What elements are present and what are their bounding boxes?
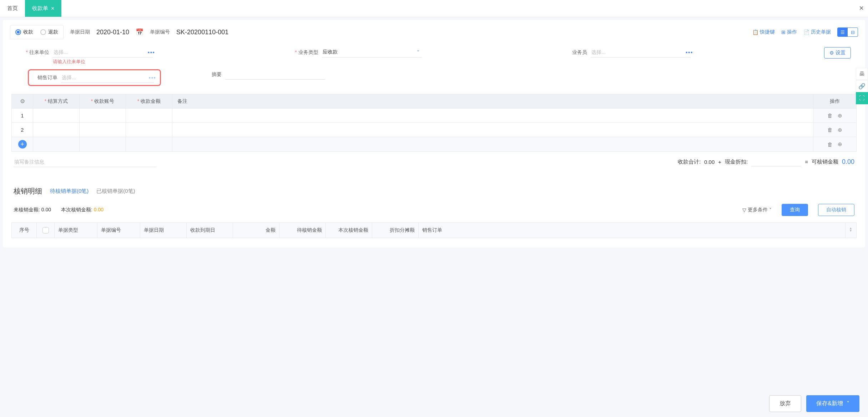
current-label: 本次核销金额: [61, 207, 92, 212]
col-account: 收款账号 [91, 98, 114, 105]
sort-icon[interactable]: ▲▼ [849, 227, 853, 232]
biztype-label: 业务类型 [286, 49, 318, 56]
copy-icon[interactable]: ⊕ [838, 127, 842, 133]
chevron-down-icon[interactable]: ˅ [417, 50, 419, 55]
sales-order-label: 销售订单 [32, 75, 57, 81]
side-tool-print-icon[interactable]: 🖶 [856, 68, 868, 80]
tab-home[interactable]: 首页 [0, 0, 25, 17]
discount-input[interactable] [751, 158, 801, 166]
more-icon[interactable]: ••• [686, 50, 693, 55]
current-value: 0.00 [94, 207, 104, 212]
equals-sign: = [805, 159, 808, 165]
operate-button[interactable]: ⊞ 操作 [781, 29, 797, 35]
col-disc[interactable]: 折扣分摊额 [372, 223, 419, 238]
more-icon[interactable]: ••• [148, 50, 155, 55]
tab-receipt[interactable]: 收款单 × [25, 0, 61, 17]
sales-order-input[interactable] [61, 72, 154, 83]
col-seq: 序号 [12, 223, 37, 238]
writeoff-label: 可核销金额 [812, 159, 838, 165]
vendor-input[interactable] [53, 47, 153, 57]
close-panel-icon[interactable]: × [859, 4, 864, 13]
delete-icon[interactable]: 🗑 [827, 141, 833, 147]
col-action: 操作 [830, 98, 840, 105]
biztype-input[interactable] [322, 47, 422, 57]
radio-label: 退款 [48, 29, 58, 35]
cell[interactable] [172, 123, 813, 137]
col-no[interactable]: 单据编号 [97, 223, 140, 238]
total-label: 收款合计: [678, 159, 701, 165]
total-value: 0.00 [704, 159, 715, 165]
radio-label: 收款 [23, 29, 33, 35]
close-icon[interactable]: × [51, 5, 54, 12]
delete-icon[interactable]: 🗑 [827, 127, 833, 133]
payment-table: ⚙ 结算方式 收款账号 收款金额 备注 操作 1 🗑⊕ 2 🗑⊕ + 🗑⊕ [11, 94, 857, 152]
table-row: 2 🗑⊕ [12, 123, 856, 137]
cell[interactable] [126, 109, 172, 122]
row-num: 1 [12, 109, 33, 122]
doc-no-label: 单据编号 [150, 29, 170, 35]
type-radio-group: 收款 退款 [10, 25, 64, 39]
notes-input[interactable] [14, 157, 156, 167]
col-current[interactable]: 本次核销金额 [326, 223, 372, 238]
label: 更多条件 [748, 207, 768, 213]
settings-button[interactable]: ⚙ 设置 [824, 47, 851, 59]
tab-pending[interactable]: 待核销单据(0笔) [50, 188, 89, 195]
col-due[interactable]: 收款到期日 [187, 223, 233, 238]
unwriteoff-label: 未核销金额: [14, 207, 40, 212]
copy-icon[interactable]: ⊕ [838, 141, 842, 147]
copy-icon[interactable]: ⊕ [838, 112, 842, 119]
sales-order-highlight: 销售订单 ••• [28, 69, 161, 86]
radio-refund[interactable]: 退款 [40, 29, 58, 35]
cell[interactable] [80, 123, 126, 137]
history-button[interactable]: 📄 历史单据 [803, 29, 831, 35]
view-grid-icon[interactable]: ⊟ [848, 28, 858, 36]
cell[interactable] [126, 123, 172, 137]
col-pending[interactable]: 待核销金额 [279, 223, 326, 238]
cell[interactable] [80, 109, 126, 122]
shortcut-button[interactable]: 📋 快捷键 [752, 29, 775, 35]
col-amount[interactable]: 金额 [233, 223, 279, 238]
radio-receive[interactable]: 收款 [15, 29, 33, 35]
label: 操作 [787, 29, 797, 35]
more-filter-button[interactable]: ▽ 更多条件 ˅ [742, 207, 772, 213]
radio-icon [40, 29, 46, 35]
writeoff-value: 0.00 [842, 158, 854, 166]
discount-label: 现金折扣: [725, 159, 748, 165]
view-list-icon[interactable]: ☰ [838, 28, 848, 36]
tab-done[interactable]: 已核销单据(0笔) [96, 188, 135, 195]
label: 快捷键 [760, 29, 775, 35]
col-note: 备注 [177, 98, 187, 105]
doc-date-value[interactable]: 2020-01-10 [96, 29, 129, 36]
calendar-icon[interactable]: 📅 [136, 28, 143, 36]
summary-row: + 🗑⊕ [12, 137, 856, 151]
cell[interactable] [33, 109, 80, 122]
delete-icon[interactable]: 🗑 [827, 112, 833, 119]
radio-icon [15, 29, 21, 35]
label: 设置 [836, 50, 846, 56]
select-all-checkbox[interactable] [42, 227, 49, 233]
col-order[interactable]: 销售订单 [419, 223, 846, 238]
summary-input[interactable] [225, 69, 325, 80]
summary-label: 摘要 [190, 71, 222, 78]
side-tool-link-icon[interactable]: 🔗 [856, 80, 868, 92]
view-toggle: ☰ ⊟ [837, 27, 858, 37]
clerk-label: 业务员 [555, 49, 587, 56]
doc-date-label: 单据日期 [70, 29, 90, 35]
gear-icon[interactable]: ⚙ [20, 98, 25, 105]
auto-writeoff-button[interactable]: 自动核销 [818, 204, 854, 216]
col-type[interactable]: 单据类型 [55, 223, 97, 238]
col-date[interactable]: 单据日期 [140, 223, 187, 238]
col-paymethod: 结算方式 [45, 98, 68, 105]
detail-title: 核销明细 [14, 186, 42, 196]
plus-sign: + [718, 159, 721, 165]
vendor-error: 请输入往来单位 [53, 59, 85, 65]
add-row-icon[interactable]: + [18, 140, 27, 149]
vendor-label: 往来单位 [17, 49, 49, 56]
side-tool-expand-icon[interactable]: ⛶ [856, 92, 868, 104]
query-button[interactable]: 查询 [782, 204, 808, 216]
cell[interactable] [33, 123, 80, 137]
more-icon[interactable]: ••• [149, 75, 156, 81]
doc-no-value: SK-20200110-001 [176, 29, 228, 36]
clerk-input[interactable] [591, 47, 691, 57]
cell[interactable] [172, 109, 813, 122]
